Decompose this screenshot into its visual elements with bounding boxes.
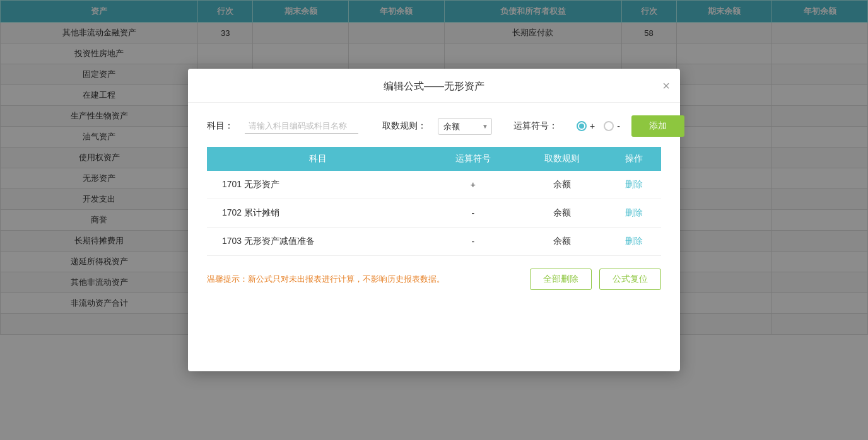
add-button[interactable]: 添加	[631, 115, 684, 137]
delete-link[interactable]: 删除	[625, 207, 643, 217]
radio-minus[interactable]: -	[604, 121, 620, 131]
delete-all-button[interactable]: 全部删除	[530, 269, 592, 290]
form-row: 科目： 取数规则： 余额 借方 贷方 借方累计 贷方累计 ▼ 运算符号：	[188, 103, 680, 147]
footer-tip: 温馨提示：新公式只对未出报表进行计算，不影响历史报表数据。	[207, 274, 445, 285]
radio-minus-label: -	[617, 121, 620, 131]
formula-action: 删除	[607, 199, 661, 228]
formula-operator: -	[428, 199, 517, 228]
modal-dialog: 编辑公式——无形资产 × 科目： 取数规则： 余额 借方 贷方 借方累计 贷方累…	[188, 69, 680, 371]
subject-input[interactable]	[245, 119, 358, 134]
radio-plus-circle	[577, 121, 587, 131]
radio-plus-label: +	[590, 121, 595, 131]
col-action: 操作	[607, 147, 661, 171]
data-table-wrapper: 科目 运算符号 取数规则 操作 1701 无形资产+余额删除1702 累计摊销-…	[188, 147, 680, 256]
close-button[interactable]: ×	[662, 79, 670, 92]
formula-rule: 余额	[517, 171, 606, 199]
modal-title: 编辑公式——无形资产	[384, 80, 484, 93]
modal-footer: 温馨提示：新公式只对未出报表进行计算，不影响历史报表数据。 全部删除 公式复位	[188, 256, 680, 290]
col-rule: 取数规则	[517, 147, 606, 171]
subject-label: 科目：	[207, 120, 233, 132]
radio-plus[interactable]: +	[577, 121, 595, 131]
radio-minus-circle	[604, 121, 614, 131]
page-wrapper: 资产 行次 期末余额 年初余额 负债和所有者权益 行次 期末余额 年初余额 其他…	[0, 0, 868, 440]
col-subject: 科目	[207, 147, 428, 171]
operator-radio-group: + -	[577, 121, 620, 131]
rule-select[interactable]: 余额 借方 贷方 借方累计 贷方累计	[438, 118, 492, 135]
modal-header: 编辑公式——无形资产 ×	[188, 69, 680, 103]
reset-button[interactable]: 公式复位	[599, 269, 661, 290]
formula-operator: -	[428, 228, 517, 256]
formula-subject: 1703 无形资产减值准备	[207, 228, 428, 256]
operator-label: 运算符号：	[513, 120, 558, 132]
footer-buttons: 全部删除 公式复位	[530, 269, 661, 290]
formula-rule: 余额	[517, 199, 606, 228]
formula-action: 删除	[607, 171, 661, 199]
table-row: 1703 无形资产减值准备-余额删除	[207, 228, 661, 256]
modal-overlay: 编辑公式——无形资产 × 科目： 取数规则： 余额 借方 贷方 借方累计 贷方累…	[0, 0, 868, 440]
rule-label: 取数规则：	[382, 120, 426, 132]
formula-subject: 1701 无形资产	[207, 171, 428, 199]
rule-select-wrapper: 余额 借方 贷方 借方累计 贷方累计 ▼	[438, 118, 492, 135]
formula-action: 删除	[607, 228, 661, 256]
col-operator: 运算符号	[428, 147, 517, 171]
table-row: 1702 累计摊销-余额删除	[207, 199, 661, 228]
table-row: 1701 无形资产+余额删除	[207, 171, 661, 199]
formula-table: 科目 运算符号 取数规则 操作 1701 无形资产+余额删除1702 累计摊销-…	[207, 147, 661, 256]
formula-rule: 余额	[517, 228, 606, 256]
delete-link[interactable]: 删除	[625, 179, 643, 189]
delete-link[interactable]: 删除	[625, 236, 643, 246]
formula-subject: 1702 累计摊销	[207, 199, 428, 228]
formula-operator: +	[428, 171, 517, 199]
